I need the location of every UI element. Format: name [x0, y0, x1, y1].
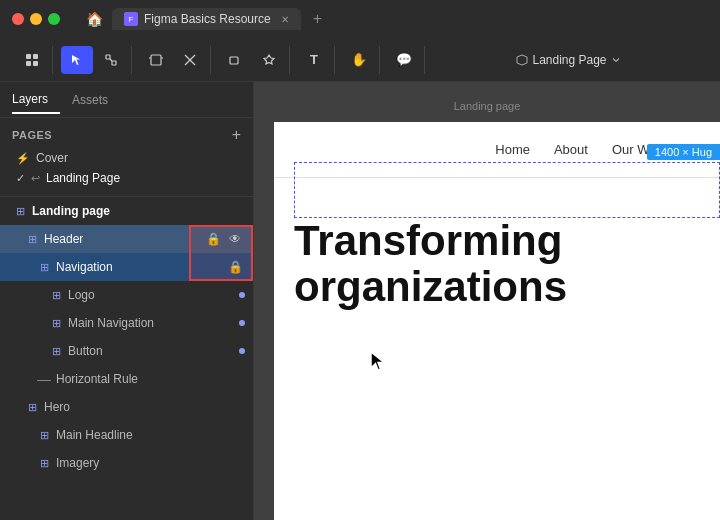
frame-label: Landing page	[454, 100, 521, 112]
pages-section: Pages + ⚡ Cover ✓ ↩ Landing Page	[0, 118, 253, 197]
close-button[interactable]	[12, 13, 24, 25]
minimize-button[interactable]	[30, 13, 42, 25]
add-page-button[interactable]: +	[232, 126, 241, 144]
imagery-layer-icon: ⊞	[36, 455, 52, 471]
pages-header: Pages +	[12, 126, 241, 144]
header-layer-label: Header	[44, 232, 203, 246]
title-bar: 🏠 F Figma Basics Resource ✕ +	[0, 0, 720, 38]
svg-rect-7	[151, 55, 161, 65]
frame-tool-button[interactable]	[140, 46, 172, 74]
layer-horizontal-rule[interactable]: — Horizontal Rule	[0, 365, 253, 393]
tool-group-hand: ✋	[339, 46, 380, 74]
landing-page-icon: ↩	[31, 172, 40, 185]
main-nav-layer-label: Main Navigation	[68, 316, 235, 330]
landing-page-layer-label: Landing page	[32, 204, 245, 218]
main-area: Layers Assets Pages + ⚡ Cover ✓ ↩ Landin…	[0, 82, 720, 520]
svg-rect-4	[106, 55, 110, 59]
hero-layer-icon: ⊞	[24, 399, 40, 415]
chevron-down-icon	[611, 55, 621, 65]
logo-layer-label: Logo	[68, 288, 235, 302]
tab-label: Figma Basics Resource	[144, 12, 271, 26]
header-layer-actions: 🔒 👁	[203, 229, 245, 249]
new-tab-button[interactable]: +	[305, 10, 330, 28]
layer-main-navigation[interactable]: ⊞ Main Navigation	[0, 309, 253, 337]
close-tab-button[interactable]: ✕	[281, 14, 289, 25]
navigation-layer-label: Navigation	[56, 260, 225, 274]
cover-page-label: Cover	[36, 151, 68, 165]
svg-rect-3	[33, 61, 38, 66]
layer-navigation[interactable]: ⊞ Navigation 🔒	[0, 253, 253, 281]
toolbar: T ✋ 💬 Landing Page	[0, 38, 720, 82]
home-tab-icon[interactable]: 🏠	[80, 7, 108, 31]
svg-line-6	[110, 59, 112, 61]
pages-title: Pages	[12, 129, 52, 141]
maximize-button[interactable]	[48, 13, 60, 25]
scale-tool-button[interactable]	[95, 46, 127, 74]
headline-layer-icon: ⊞	[36, 427, 52, 443]
page-item-cover[interactable]: ⚡ Cover	[12, 148, 241, 168]
canvas[interactable]: Landing page Home About Our Work S Trans…	[254, 82, 720, 520]
breadcrumb-label: Landing Page	[532, 53, 606, 67]
landing-page-label: Landing Page	[46, 171, 120, 185]
nav-item-home: Home	[495, 142, 530, 157]
tool-group-comment: 💬	[384, 46, 425, 74]
preview-hero: Transforming organizations	[274, 178, 720, 330]
headline-layer-label: Main Headline	[56, 428, 245, 442]
figma-icon: F	[124, 12, 138, 26]
layer-landing-page[interactable]: ⊞ Landing page	[0, 197, 253, 225]
tab-assets[interactable]: Assets	[72, 87, 120, 113]
lock-icon[interactable]: 🔒	[203, 229, 223, 249]
hero-line2: organizations	[294, 263, 567, 310]
page-item-landing[interactable]: ✓ ↩ Landing Page	[12, 168, 241, 188]
size-badge: 1400 × Hug	[647, 144, 720, 160]
logo-layer-icon: ⊞	[48, 287, 64, 303]
move-tool-button[interactable]	[61, 46, 93, 74]
layer-button[interactable]: ⊞ Button	[0, 337, 253, 365]
button-dot	[239, 348, 245, 354]
pen-tool-button[interactable]	[253, 46, 285, 74]
hero-layer-label: Hero	[44, 400, 245, 414]
navigation-layer-actions: 🔒	[225, 257, 245, 277]
hero-line1: Transforming	[294, 217, 562, 264]
nav-item-about: About	[554, 142, 588, 157]
hr-layer-icon: —	[36, 371, 52, 387]
svg-rect-0	[26, 54, 31, 59]
main-nav-layer-icon: ⊞	[48, 315, 64, 331]
text-tool-button[interactable]: T	[298, 46, 330, 74]
layers-section: ⊞ Landing page ⊞ Header 🔒 👁 ⊞ Navigation	[0, 197, 253, 520]
navigation-lock-icon[interactable]: 🔒	[225, 257, 245, 277]
tool-group-main	[12, 46, 53, 74]
tool-group-select	[57, 46, 132, 74]
main-nav-dot	[239, 320, 245, 326]
logo-dot	[239, 292, 245, 298]
shape-tool-button[interactable]	[219, 46, 251, 74]
svg-rect-2	[26, 61, 31, 66]
eye-icon[interactable]: 👁	[225, 229, 245, 249]
button-layer-icon: ⊞	[48, 343, 64, 359]
svg-rect-1	[33, 54, 38, 59]
toolbar-center: Landing Page	[429, 49, 708, 71]
imagery-layer-label: Imagery	[56, 456, 245, 470]
sidebar: Layers Assets Pages + ⚡ Cover ✓ ↩ Landin…	[0, 82, 254, 520]
layer-imagery[interactable]: ⊞ Imagery	[0, 449, 253, 477]
landing-page-layer-icon: ⊞	[12, 203, 28, 219]
tool-group-frame	[136, 46, 211, 74]
hand-tool-button[interactable]: ✋	[343, 46, 375, 74]
cover-page-icon: ⚡	[16, 152, 30, 165]
tab-layers[interactable]: Layers	[12, 86, 60, 114]
layer-hero[interactable]: ⊞ Hero	[0, 393, 253, 421]
window-controls	[12, 13, 60, 25]
slice-tool-button[interactable]	[174, 46, 206, 74]
breadcrumb-button[interactable]: Landing Page	[506, 49, 630, 71]
layer-header[interactable]: ⊞ Header 🔒 👁	[0, 225, 253, 253]
sidebar-tab-bar: Layers Assets	[0, 82, 253, 118]
tool-group-shape	[215, 46, 290, 74]
hero-text: Transforming organizations	[294, 218, 700, 310]
layer-main-headline[interactable]: ⊞ Main Headline	[0, 421, 253, 449]
layer-logo[interactable]: ⊞ Logo	[0, 281, 253, 309]
comment-tool-button[interactable]: 💬	[388, 46, 420, 74]
tool-group-text: T	[294, 46, 335, 74]
active-tab[interactable]: F Figma Basics Resource ✕	[112, 8, 301, 30]
main-menu-button[interactable]	[16, 46, 48, 74]
breadcrumb-icon	[516, 54, 528, 66]
